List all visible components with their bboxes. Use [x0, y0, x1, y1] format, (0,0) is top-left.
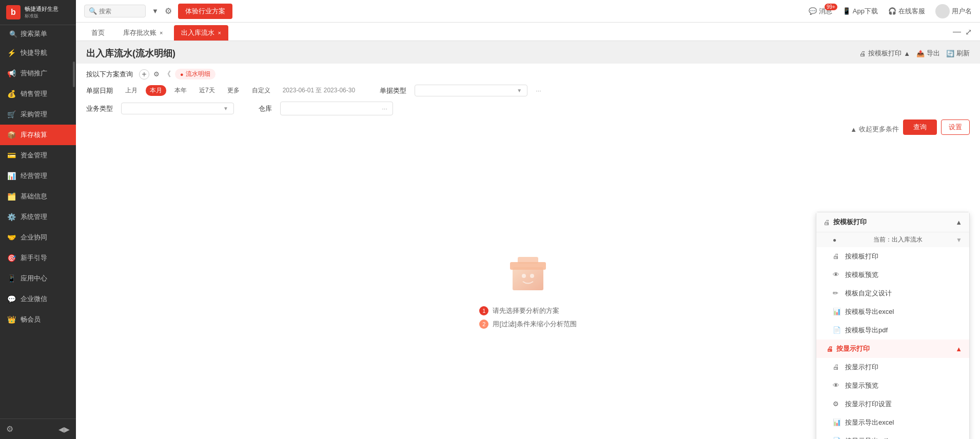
top-bar: 🔍 ▼ ⚙ 体验行业方案 💬 消息 99+ 📱 App下载 🎧: [76, 0, 980, 23]
sidebar-item-system[interactable]: ⚙️ 系统管理: [0, 207, 76, 227]
filter-section: 按以下方案查询 + ⚙ 《 ● 流水明细 单据日期 上月 本月 本年: [76, 64, 980, 140]
logo-icon: b: [6, 5, 21, 19]
tab-inventory-batch[interactable]: 库存批次账 ×: [116, 25, 170, 41]
empty-step-1: 1 请先选择要分析的方案: [479, 306, 576, 315]
dropdown-item-template-excel[interactable]: 📊 按模板导出excel: [816, 303, 969, 321]
tab-stock-flow[interactable]: 出入库流水 ×: [174, 25, 228, 41]
setup-button[interactable]: 设置: [941, 119, 970, 135]
sidebar-item-inventory[interactable]: 📦 库存核算: [0, 125, 76, 145]
refresh-icon: 🔄: [946, 50, 954, 57]
date-filter-row: 单据日期 上月 本月 本年 近7天 更多 自定义 2023-06-01 至 20…: [86, 85, 970, 96]
user-avatar-item[interactable]: 用户名: [935, 4, 972, 18]
query-button[interactable]: 查询: [903, 119, 937, 135]
tab-minimize-button[interactable]: —: [953, 27, 961, 36]
sidebar-item-wechat[interactable]: 💬 企业微信: [0, 289, 76, 309]
biz-type-select[interactable]: ▼: [121, 103, 234, 114]
tab-stock-flow-close[interactable]: ×: [218, 30, 221, 36]
doc-type-arrow-icon: ▼: [517, 88, 522, 93]
sidebar-item-purchase[interactable]: 🛒 采购管理: [0, 104, 76, 125]
display-print-icon: 🖨: [833, 363, 841, 371]
svg-rect-2: [518, 257, 538, 264]
dropdown-header-icon: 🖨: [824, 218, 830, 226]
industry-solution-button[interactable]: 体验行业方案: [178, 4, 232, 19]
filter-add-button[interactable]: +: [139, 69, 149, 79]
headset-icon: 🎧: [888, 7, 896, 15]
dropdown-item-display-print[interactable]: 🖨 按显示打印: [816, 358, 969, 376]
quick-nav-icon: ⚡: [6, 48, 16, 58]
dropdown-item-display-preview[interactable]: 👁 按显示预览: [816, 376, 969, 395]
template-pdf-icon: 📄: [833, 326, 841, 334]
sidebar-item-member[interactable]: 👑 畅会员: [0, 309, 76, 330]
message-icon: 💬: [809, 7, 817, 15]
page-content: 出入库流水(流水明细) 🖨 按模板打印 ▲ 📤 导出 🔄 刷新: [76, 41, 980, 439]
user-avatar: [935, 4, 950, 18]
date-label: 单据日期: [86, 86, 113, 95]
dropdown-arrow-icon[interactable]: ▼: [152, 7, 159, 15]
sidebar-item-app-center[interactable]: 📱 应用中心: [0, 268, 76, 289]
dropdown-item-display-settings[interactable]: ⚙ 按显示打印设置: [816, 395, 969, 413]
topbar-settings-icon[interactable]: ⚙: [165, 6, 172, 16]
tab-home[interactable]: 首页: [84, 25, 112, 41]
sidebar-item-operations[interactable]: 📊 经营管理: [0, 166, 76, 186]
filter-collapse-icon[interactable]: 《: [164, 70, 171, 79]
template-excel-label: 按模板导出excel: [845, 307, 894, 316]
dropdown-header-arrow-icon[interactable]: ▲: [955, 218, 962, 226]
export-button[interactable]: 📤 导出: [916, 49, 940, 58]
sidebar-item-sales[interactable]: 💰 销售管理: [0, 84, 76, 104]
date-btn-custom[interactable]: 自定义: [248, 85, 275, 96]
refresh-button[interactable]: 🔄 刷新: [946, 49, 970, 58]
dropdown-item-template-custom[interactable]: ✏ 模板自定义设计: [816, 284, 969, 303]
sidebar-item-cooperation[interactable]: 🤝 企业协同: [0, 227, 76, 248]
brand-badge: 标准版: [25, 13, 58, 19]
page-title: 出入库流水(流水明细): [86, 47, 175, 59]
template-preview-label: 按模板预览: [845, 270, 878, 280]
date-btn-more[interactable]: 更多: [223, 85, 244, 96]
sidebar-search[interactable]: 🔍 搜索菜单: [0, 25, 76, 43]
print-button[interactable]: 🖨 按模板打印 ▲: [859, 49, 910, 58]
online-service-item[interactable]: 🎧 在线客服: [888, 7, 925, 16]
search-icon: 🔍: [9, 30, 17, 38]
date-btn-7days[interactable]: 近7天: [195, 85, 219, 96]
sidebar-item-quick-nav[interactable]: ⚡ 快捷导航: [0, 43, 76, 63]
svg-rect-0: [513, 267, 543, 290]
warehouse-more-icon[interactable]: ···: [382, 105, 387, 112]
settings-gear-icon[interactable]: ⚙: [6, 424, 13, 434]
dropdown-item-display-pdf[interactable]: 📄 按显示导出pdf: [816, 432, 969, 439]
date-btn-this-month[interactable]: 本月: [146, 85, 166, 96]
dropdown-item-template-preview[interactable]: 👁 按模板预览: [816, 266, 969, 284]
tabs-bar: 首页 库存批次账 × 出入库流水 × — ⤢: [76, 23, 980, 41]
display-section-icon: 🖨: [827, 345, 833, 353]
display-section-header[interactable]: 🖨 按显示打印 ▲: [816, 340, 969, 358]
message-badge: 99+: [825, 4, 837, 10]
sidebar-item-basic[interactable]: 🗂️ 基础信息: [0, 186, 76, 207]
sidebar-item-guide[interactable]: 🎯 新手引导: [0, 248, 76, 268]
date-btn-this-year[interactable]: 本年: [170, 85, 191, 96]
app-center-icon: 📱: [6, 273, 16, 284]
basic-icon: 🗂️: [6, 191, 16, 202]
sidebar-collapse-icon[interactable]: ◀▶: [58, 425, 70, 433]
tab-inventory-batch-close[interactable]: ×: [160, 30, 163, 36]
step-1-number: 1: [479, 306, 488, 315]
collapse-more-button[interactable]: ▲ 收起更多条件: [850, 125, 899, 134]
sidebar-item-marketing[interactable]: 📢 营销推广: [0, 63, 76, 84]
filter-header-row: 按以下方案查询 + ⚙ 《 ● 流水明细: [86, 69, 970, 79]
sidebar-bottom: ⚙ ◀▶: [0, 418, 76, 439]
message-item[interactable]: 💬 消息 99+: [809, 7, 832, 16]
online-service-label: 在线客服: [898, 7, 925, 16]
doc-type-select[interactable]: ▼: [415, 85, 527, 96]
app-download-item[interactable]: 📱 App下载: [842, 7, 878, 16]
sidebar-item-finance[interactable]: 💳 资金管理: [0, 145, 76, 166]
collapse-more-label: 收起更多条件: [859, 125, 899, 134]
dropdown-item-display-excel[interactable]: 📊 按显示导出excel: [816, 413, 969, 432]
dropdown-item-template-print[interactable]: 🖨 按模板打印: [816, 247, 969, 266]
search-box[interactable]: 🔍: [84, 5, 146, 17]
filter-settings-icon[interactable]: ⚙: [153, 70, 160, 78]
dropdown-item-template-pdf[interactable]: 📄 按模板导出pdf: [816, 321, 969, 340]
doc-type-more-icon[interactable]: ···: [536, 87, 541, 94]
nav-label-basic: 基础信息: [21, 192, 70, 201]
date-btn-last-month[interactable]: 上月: [121, 85, 142, 96]
search-input[interactable]: [99, 8, 140, 15]
tab-maximize-button[interactable]: ⤢: [965, 27, 972, 36]
filter-chip-stream[interactable]: ● 流水明细: [175, 69, 215, 79]
warehouse-select[interactable]: ···: [280, 102, 393, 115]
